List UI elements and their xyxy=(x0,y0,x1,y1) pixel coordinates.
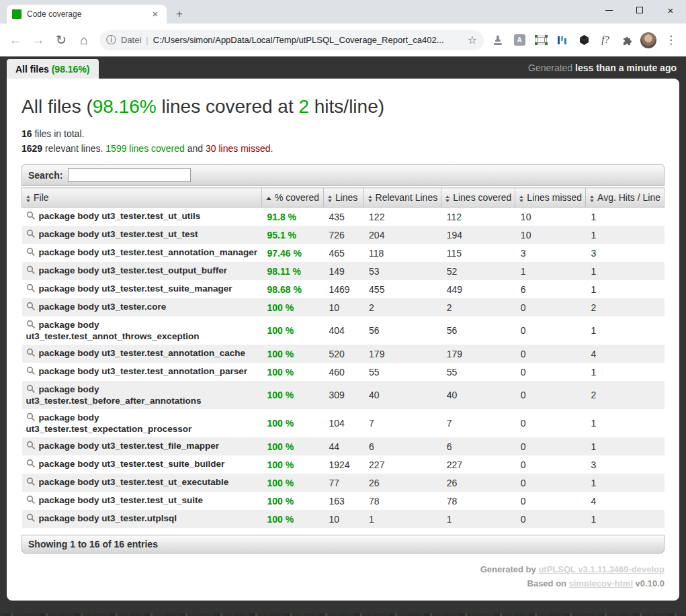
cube-extension-icon[interactable] xyxy=(575,32,593,49)
coverage-table: File % covered Lines Relevant Lines Line… xyxy=(22,187,664,528)
column-header-lines-missed[interactable]: Lines missed xyxy=(515,188,586,208)
relevant-lines-cell: 55 xyxy=(363,363,441,381)
relevant-lines-cell: 2 xyxy=(363,298,441,316)
relevant-lines-cell: 1 xyxy=(363,510,441,528)
forward-button[interactable]: → xyxy=(28,30,48,50)
relevant-lines-cell: 179 xyxy=(363,345,441,363)
lines-covered-cell: 449 xyxy=(441,280,515,298)
avg-hits-cell: 1 xyxy=(586,474,664,492)
lines-cell: 104 xyxy=(323,409,363,437)
lines-covered-cell: 227 xyxy=(441,455,515,474)
avg-hits-cell: 1 xyxy=(586,208,664,226)
lines-cell: 1469 xyxy=(323,280,363,298)
avg-hits-cell: 1 xyxy=(586,280,664,298)
home-button[interactable]: ⌂ xyxy=(74,30,94,50)
sort-both-icon xyxy=(368,195,372,202)
percent-covered-cell: 100 % xyxy=(261,381,323,409)
lines-covered-cell: 78 xyxy=(441,492,515,510)
file-cell[interactable]: package body ut3_tester.utplsql xyxy=(22,510,262,528)
file-cell[interactable]: package body ut3_tester.test_suite_manag… xyxy=(22,280,262,298)
file-cell[interactable]: package body ut3_tester.test_suite_build… xyxy=(22,455,262,474)
relevant-lines-cell: 56 xyxy=(363,316,441,345)
file-cell[interactable]: package body ut3_tester.test_annotation_… xyxy=(22,363,262,381)
address-bar[interactable]: ⓘ Datei | C:/Users/simon/AppData/Local/T… xyxy=(99,30,484,50)
utplsql-version-link[interactable]: utPLSQL v3.1.11.3469-develop xyxy=(538,564,664,574)
close-window-button[interactable]: × xyxy=(655,0,686,20)
file-cell[interactable]: package body ut3_tester.test_output_buff… xyxy=(22,262,262,280)
stamp-extension-icon[interactable] xyxy=(489,32,507,49)
tab-close-icon[interactable]: × xyxy=(149,8,161,20)
file-name: package body ut3_tester.test_suite_manag… xyxy=(39,283,232,294)
percent-covered-cell: 95.1 % xyxy=(261,226,323,244)
file-cell[interactable]: package body ut3_tester.test_ut_executab… xyxy=(22,474,262,492)
lines-missed-cell: 0 xyxy=(515,492,586,510)
percent-covered-cell: 91.8 % xyxy=(261,208,323,226)
magnifier-icon xyxy=(26,513,36,525)
magnifier-icon xyxy=(26,283,36,295)
url-text[interactable]: C:/Users/simon/AppData/Local/Temp/utPLSQ… xyxy=(153,35,463,45)
relevant-lines-cell: 26 xyxy=(363,474,441,492)
magnifier-icon xyxy=(26,441,36,452)
column-header-relevant-lines[interactable]: Relevant Lines xyxy=(363,188,441,208)
search-input[interactable] xyxy=(68,168,191,182)
relevant-lines-cell: 455 xyxy=(363,280,441,298)
table-header-row: File % covered Lines Relevant Lines Line… xyxy=(22,188,664,208)
generated-timestamp: Generated less than a minute ago xyxy=(528,62,679,73)
browser-toolbar: ← → ↻ ⌂ ⓘ Datei | C:/Users/simon/AppData… xyxy=(0,24,686,56)
percent-covered-cell: 100 % xyxy=(261,510,323,528)
lines-cell: 460 xyxy=(323,363,363,381)
table-row: package body ut3_tester.test_annotation_… xyxy=(22,244,664,262)
file-cell[interactable]: package body ut3_tester.test_annotation_… xyxy=(22,345,262,363)
browser-menu-icon[interactable]: ⋮ xyxy=(661,33,681,47)
new-tab-button[interactable]: + xyxy=(167,7,192,24)
file-name: package body ut3_tester.test_before_afte… xyxy=(26,384,202,406)
column-header-lines[interactable]: Lines xyxy=(323,188,363,208)
file-cell[interactable]: package body ut3_tester.core xyxy=(22,298,262,316)
report-content: All files (98.16% lines covered at 2 hit… xyxy=(7,79,679,601)
profile-avatar[interactable] xyxy=(640,32,657,49)
coverage-table-body: package body ut3_tester.test_ut_utils 91… xyxy=(22,208,664,529)
extensions-puzzle-icon[interactable] xyxy=(618,32,636,49)
minimize-button[interactable] xyxy=(593,0,624,20)
pdf-extension-icon[interactable]: A xyxy=(511,32,528,49)
fonts-extension-icon[interactable]: f? xyxy=(597,32,614,49)
file-cell[interactable]: package body ut3_tester.test_before_afte… xyxy=(22,381,262,409)
file-cell[interactable]: package body ut3_tester.test_ut_test xyxy=(22,226,262,244)
maximize-button[interactable] xyxy=(624,0,655,20)
column-header-file[interactable]: File xyxy=(22,188,262,208)
column-header-percent-covered[interactable]: % covered xyxy=(261,188,323,208)
bookmark-star-icon[interactable]: ☆ xyxy=(468,34,477,46)
simplecov-html-link[interactable]: simplecov-html xyxy=(569,578,633,588)
browser-tab[interactable]: Code coverage × xyxy=(7,5,167,24)
file-cell[interactable]: package body ut3_tester.test_annot_throw… xyxy=(22,316,262,345)
sort-both-icon xyxy=(519,195,523,202)
report-page: All files (98.16%) Generated less than a… xyxy=(0,56,686,601)
screenshot-extension-icon[interactable] xyxy=(532,32,550,49)
table-row: package body ut3_tester.test_ut_test 95.… xyxy=(22,226,664,244)
lines-missed-cell: 0 xyxy=(515,363,586,381)
file-cell[interactable]: package body ut3_tester.test_file_mapper xyxy=(22,437,262,455)
file-cell[interactable]: package body ut3_tester.test_annotation_… xyxy=(22,244,262,262)
info-icon[interactable]: ⓘ xyxy=(106,34,116,46)
column-header-avg-hits[interactable]: Avg. Hits / Line xyxy=(586,188,664,208)
report-footer: Generated by utPLSQL v3.1.11.3469-develo… xyxy=(22,563,664,591)
file-name: package body ut3_tester.utplsql xyxy=(39,513,177,523)
column-header-lines-covered[interactable]: Lines covered xyxy=(441,188,515,208)
lines-cell: 520 xyxy=(323,345,363,363)
lines-missed-cell: 0 xyxy=(515,510,586,528)
file-cell[interactable]: package body ut3_tester.test_ut_utils xyxy=(22,208,262,226)
stats-bars-extension-icon[interactable] xyxy=(554,32,571,49)
reload-button[interactable]: ↻ xyxy=(51,30,71,50)
lines-missed-cell: 0 xyxy=(515,409,586,437)
lines-cell: 10 xyxy=(323,298,363,316)
magnifier-icon xyxy=(26,211,36,222)
back-button[interactable]: ← xyxy=(5,30,26,50)
file-cell[interactable]: package body ut3_tester.test_ut_suite xyxy=(22,492,262,510)
avg-hits-cell: 1 xyxy=(586,226,664,244)
file-name: package body ut3_tester.test_file_mapper xyxy=(39,441,220,451)
tab-all-files[interactable]: All files (98.16%) xyxy=(7,59,99,79)
file-cell[interactable]: package body ut3_tester.test_expectation… xyxy=(22,409,262,437)
file-name: package body ut3_tester.test_ut_suite xyxy=(39,495,204,505)
table-row: package body ut3_tester.test_output_buff… xyxy=(22,262,664,280)
favicon-green-square xyxy=(12,9,22,19)
